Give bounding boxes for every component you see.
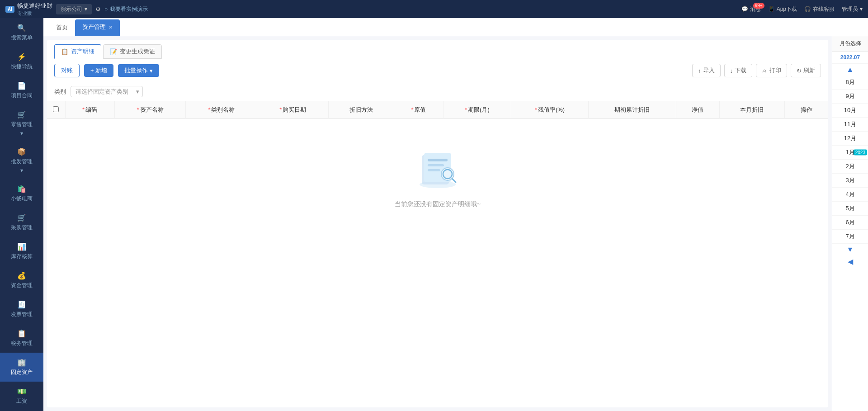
top-bar-right: 💬 消息 99+ 📱 App下载 🎧 在线客服 管理员 ▾	[741, 5, 863, 13]
message-icon: 💬	[741, 6, 748, 12]
month-item-7[interactable]: 7月	[832, 230, 868, 244]
sidebar-item-label-project-contract: 项目合同	[11, 92, 33, 99]
sidebar-item-label-wholesale: 批发管理	[11, 158, 33, 165]
tax-icon: 📋	[17, 329, 26, 338]
sidebar-item-label-retail: 零售管理	[11, 121, 33, 128]
user-menu[interactable]: 管理员 ▾	[842, 5, 863, 13]
sidebar-item-wholesale-management[interactable]: 📦 批发管理 ▾	[0, 142, 43, 179]
batch-operation-button[interactable]: 批量操作 ▾	[118, 64, 159, 77]
month-panel-collapse-button[interactable]: ◀	[832, 255, 868, 268]
top-bar-left: Ai 畅捷通好业财 专业版 演示公司 ▾ ⚙ ○ 我要看实例演示	[5, 2, 737, 17]
month-panel-up-button[interactable]: ▲	[832, 64, 868, 76]
company-dropdown-icon: ▾	[85, 6, 87, 12]
sidebar-item-quicknav[interactable]: ⚡ 快捷导航	[0, 47, 43, 76]
brand-title: 畅捷通好业财	[17, 2, 52, 10]
month-item-11[interactable]: 11月	[832, 118, 868, 132]
tab-bar: 首页 资产管理 ✕	[43, 18, 868, 36]
month-item-9[interactable]: 9月	[832, 90, 868, 104]
finance-icon: 💰	[17, 271, 26, 280]
svg-rect-3	[428, 159, 448, 161]
month-item-2[interactable]: 2月	[832, 160, 868, 174]
empty-state-text: 当前您还没有固定资产明细哦~	[395, 200, 481, 208]
svg-rect-4	[428, 164, 444, 166]
user-name: 管理员	[842, 5, 858, 13]
app-download-button[interactable]: 📱 App下载	[768, 5, 797, 13]
sub-tab-asset-detail[interactable]: 📋 资产明细	[54, 44, 101, 59]
brand-subtitle: 专业版	[17, 10, 52, 17]
message-button[interactable]: 💬 消息 99+	[741, 5, 761, 13]
quicknav-icon: ⚡	[17, 52, 26, 61]
empty-state: 当前您还没有固定资产明细哦~	[47, 119, 828, 236]
import-icon: ↑	[698, 67, 701, 74]
sub-tab-asset-detail-label: 资产明细	[71, 47, 94, 56]
sidebar-item-label-invoice: 发票管理	[11, 311, 33, 318]
svg-line-8	[452, 179, 456, 182]
category-filter-select[interactable]: 请选择固定资产类别	[71, 86, 143, 97]
tab-home[interactable]: 首页	[49, 19, 75, 36]
sidebar-item-retail-management[interactable]: 🛒 零售管理 ▾	[0, 105, 43, 142]
project-contract-icon: 📄	[17, 81, 26, 90]
sidebar-item-inventory[interactable]: 📊 库存核算	[0, 237, 43, 266]
month-item-3[interactable]: 3月	[832, 174, 868, 188]
batch-dropdown-icon: ▾	[150, 67, 153, 74]
sidebar-item-finance[interactable]: 💰 资金管理	[0, 266, 43, 295]
tab-close-icon[interactable]: ✕	[108, 24, 113, 30]
month-item-4[interactable]: 4月	[832, 188, 868, 202]
sidebar-item-payroll[interactable]: 💵 工资	[0, 382, 43, 411]
sidebar-item-tax[interactable]: 📋 税务管理	[0, 324, 43, 353]
refresh-button[interactable]: ↻ 刷新	[791, 64, 821, 77]
month-item-8[interactable]: 8月	[832, 76, 868, 90]
online-service-button[interactable]: 🎧 在线客服	[804, 5, 835, 13]
table-wrap: *编码 *资产名称 *类别名称 *购买日期 折旧方法 *原值 *期限(月) *残…	[47, 101, 828, 407]
fixed-assets-icon: 🏢	[17, 358, 26, 367]
sidebar-item-fixed-assets[interactable]: 🏢 固定资产	[0, 353, 43, 382]
inventory-icon: 📊	[17, 242, 26, 251]
user-dropdown-icon: ▾	[860, 6, 863, 12]
empty-state-icon	[410, 146, 465, 191]
reconcile-button[interactable]: 对账	[54, 64, 80, 77]
main-content-panel: 📋 资产明细 📝 变更生成凭证 对账 + 新增 批量操作 ▾	[47, 40, 828, 407]
month-item-10[interactable]: 10月	[832, 104, 868, 118]
current-year-month[interactable]: 2022.07	[832, 52, 868, 64]
sidebar-item-purchase-management[interactable]: 🛒 采购管理	[0, 208, 43, 237]
filter-row: 类别 请选择固定资产类别	[47, 82, 828, 101]
brand-logo: Ai	[5, 6, 14, 13]
search-menu-icon: 🔍	[17, 24, 26, 32]
sidebar-item-ecommerce[interactable]: 🛍️ 小畅电商	[0, 179, 43, 208]
download-button[interactable]: ↓ 下载	[724, 64, 753, 77]
month-item-6[interactable]: 6月	[832, 216, 868, 230]
retail-arrow-icon: ▾	[20, 130, 23, 137]
demo-link[interactable]: ○ 我要看实例演示	[104, 5, 148, 13]
print-button[interactable]: 🖨 打印	[756, 64, 787, 77]
table-header-residual-rate: *残值率(%)	[511, 101, 588, 119]
app-download-label: App下载	[777, 5, 797, 13]
invoice-icon: 🧾	[17, 300, 26, 309]
online-service-label: 在线客服	[813, 5, 835, 13]
refresh-icon: ↻	[797, 67, 802, 74]
wholesale-icon: 📦	[17, 147, 26, 156]
sidebar-item-search-menu[interactable]: 🔍 搜索菜单	[0, 18, 43, 47]
svg-rect-5	[428, 169, 440, 171]
month-panel: 月份选择 2022.07 ▲ 8月 9月 10月 11月 12月 1月 2023…	[832, 36, 868, 411]
demo-icon: ○	[104, 6, 108, 12]
settings-button[interactable]: ⚙	[95, 6, 101, 13]
payroll-icon: 💵	[17, 387, 26, 396]
month-item-5[interactable]: 5月	[832, 202, 868, 216]
company-selector[interactable]: 演示公司 ▾	[56, 4, 92, 14]
sidebar-item-project-contract[interactable]: 📄 项目合同	[0, 76, 43, 105]
toolbar: 对账 + 新增 批量操作 ▾ ↑ 导入 ↓ 下载	[47, 59, 828, 82]
sidebar-item-label-inventory: 库存核算	[11, 253, 33, 260]
sidebar-item-invoice[interactable]: 🧾 发票管理	[0, 295, 43, 324]
sub-tab-change-voucher[interactable]: 📝 变更生成凭证	[103, 44, 162, 59]
table-header-monthly-depreciation: 本月折旧	[719, 101, 785, 119]
import-button[interactable]: ↑ 导入	[692, 64, 721, 77]
download-label: 下载	[735, 66, 746, 75]
month-panel-title: 月份选择	[832, 36, 868, 52]
month-item-1-2023[interactable]: 1月 2023	[832, 146, 868, 160]
month-panel-down-button[interactable]: ▼	[832, 244, 868, 255]
tab-asset-management[interactable]: 资产管理 ✕	[75, 19, 120, 36]
select-all-checkbox[interactable]	[53, 106, 59, 112]
add-button[interactable]: + 新增	[84, 64, 113, 77]
month-item-12[interactable]: 12月	[832, 132, 868, 146]
year-2023-badge: 2023	[854, 150, 867, 156]
